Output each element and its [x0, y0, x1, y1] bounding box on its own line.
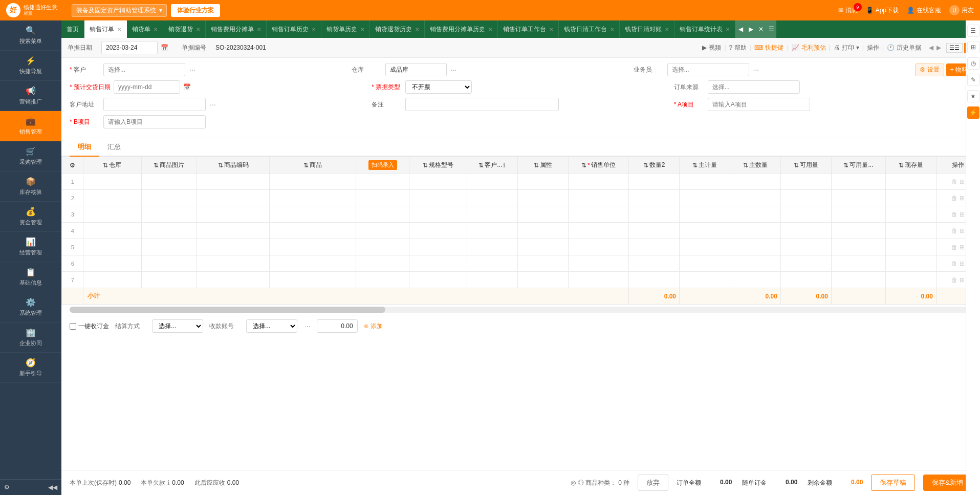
- shortcut-btn[interactable]: ⌨ 快捷键: [754, 44, 783, 52]
- save-new-btn[interactable]: 保存&新增: [923, 475, 972, 491]
- a-project-input[interactable]: [708, 98, 810, 111]
- action-btn[interactable]: 操作: [867, 44, 879, 52]
- tab-close-sales-refund[interactable]: ✕: [196, 27, 200, 32]
- copy-icon-6[interactable]: ⊞: [960, 260, 965, 267]
- message-btn[interactable]: ✉ 消息 9: [838, 6, 858, 15]
- row-mqty-6[interactable]: [730, 255, 781, 272]
- tab-sales-return[interactable]: 销货单 ✕: [127, 20, 163, 38]
- one-key-deposit-label[interactable]: 一键收订金: [70, 322, 109, 331]
- th-warehouse[interactable]: ⇅ 仓库: [83, 157, 141, 174]
- tab-cash-daily-workbench[interactable]: 钱货日清工作台 ✕: [559, 20, 620, 38]
- row-ccode-6[interactable]: [467, 255, 517, 272]
- copy-icon-2[interactable]: ⊞: [960, 195, 965, 202]
- row-mqty-7[interactable]: [730, 272, 781, 288]
- tab-sales-refund[interactable]: 销货退货 ✕: [163, 20, 206, 38]
- b-project-input[interactable]: [103, 115, 206, 128]
- sidebar-item-purchase[interactable]: 🛒 采购管理: [0, 141, 61, 171]
- tab-home[interactable]: 首页: [61, 20, 84, 38]
- th-product[interactable]: ⇅ 商品: [269, 157, 356, 174]
- row-image-2[interactable]: [141, 190, 197, 206]
- tab-nav-menu[interactable]: ☰: [766, 20, 776, 38]
- row-spec-7[interactable]: [409, 272, 467, 288]
- row-sunit-6[interactable]: [568, 255, 628, 272]
- row-amore-1[interactable]: [831, 174, 885, 190]
- app-download-btn[interactable]: 📱 App下载: [866, 6, 899, 15]
- sidebar-item-search[interactable]: 🔍 搜索菜单: [0, 20, 61, 51]
- row-mqty-2[interactable]: [730, 190, 781, 206]
- row-warehouse-1[interactable]: [83, 174, 141, 190]
- row-sunit-3[interactable]: [568, 206, 628, 223]
- row-stock-1[interactable]: [886, 174, 937, 190]
- row-spec-1[interactable]: [409, 174, 467, 190]
- system-selector[interactable]: 装备及固定资产辅助管理系统 ▾: [72, 4, 167, 17]
- sidebar-item-sales[interactable]: 💼 销售管理: [0, 111, 61, 141]
- delete-icon-6[interactable]: 🗑: [951, 260, 957, 267]
- row-qty2-7[interactable]: [629, 272, 680, 288]
- row-avail-7[interactable]: [780, 272, 831, 288]
- th-available[interactable]: ⇅ 可用量: [780, 157, 831, 174]
- tab-close-cash-daily-check[interactable]: ✕: [665, 27, 669, 32]
- th-code[interactable]: ⇅ 商品编码: [197, 157, 269, 174]
- row-warehouse-5[interactable]: [83, 239, 141, 255]
- th-sales-unit[interactable]: ⇅ *销售单位: [568, 157, 628, 174]
- row-image-4[interactable]: [141, 223, 197, 239]
- sidebar-item-guide[interactable]: 🧭 新手引导: [0, 353, 61, 383]
- delivery-date-input[interactable]: [114, 80, 180, 94]
- row-munit-4[interactable]: [680, 223, 730, 239]
- th-attr[interactable]: ⇅ 属性: [517, 157, 568, 174]
- right-panel-btn-6[interactable]: ⚡: [967, 106, 979, 119]
- row-sunit-1[interactable]: [568, 174, 628, 190]
- collapse-icon[interactable]: ◀◀: [48, 484, 57, 491]
- row-spec-3[interactable]: [409, 206, 467, 223]
- th-spec[interactable]: ⇅ 规格型号: [409, 157, 467, 174]
- delete-icon-3[interactable]: 🗑: [951, 211, 957, 218]
- row-qty2-4[interactable]: [629, 223, 680, 239]
- row-sunit-7[interactable]: [568, 272, 628, 288]
- add-deposit-btn[interactable]: ⊕ 添加: [364, 322, 383, 331]
- tab-nav-left[interactable]: ◀: [735, 20, 746, 38]
- tab-close-sales-expense-history[interactable]: ✕: [488, 27, 492, 32]
- row-avail-5[interactable]: [780, 239, 831, 255]
- settings-icon[interactable]: ⚙: [4, 484, 10, 491]
- customer-more-btn[interactable]: ···: [189, 66, 195, 74]
- row-attr-1[interactable]: [517, 174, 568, 190]
- row-munit-5[interactable]: [680, 239, 730, 255]
- tab-cash-daily-check[interactable]: 钱货日清对账 ✕: [620, 20, 674, 38]
- row-attr-5[interactable]: [517, 239, 568, 255]
- tab-summary[interactable]: 汇总: [99, 138, 129, 157]
- copy-icon-4[interactable]: ⊞: [960, 227, 965, 234]
- row-attr-4[interactable]: [517, 223, 568, 239]
- row-avail-1[interactable]: [780, 174, 831, 190]
- row-qty2-2[interactable]: [629, 190, 680, 206]
- row-image-3[interactable]: [141, 206, 197, 223]
- row-munit-1[interactable]: [680, 174, 730, 190]
- tab-nav-right[interactable]: ▶: [746, 20, 756, 38]
- tab-sales-expense-split[interactable]: 销售费用分摊单 ✕: [206, 20, 267, 38]
- row-sunit-2[interactable]: [568, 190, 628, 206]
- row-ccode-4[interactable]: [467, 223, 517, 239]
- row-product-4[interactable]: [269, 223, 356, 239]
- form-setting-btn[interactable]: ⚙ 设置: [915, 63, 944, 76]
- th-qty2[interactable]: ⇅ 数量2: [629, 157, 680, 174]
- row-warehouse-7[interactable]: [83, 272, 141, 288]
- account-select[interactable]: 选择...: [246, 319, 297, 333]
- row-code-1[interactable]: [197, 174, 269, 190]
- row-munit-7[interactable]: [680, 272, 730, 288]
- payment-method-select[interactable]: 选择...: [152, 319, 203, 333]
- row-code-5[interactable]: [197, 239, 269, 255]
- sidebar-item-enterprise[interactable]: 🏢 企业协同: [0, 322, 61, 353]
- row-product-3[interactable]: [269, 206, 356, 223]
- row-product-2[interactable]: [269, 190, 356, 206]
- sidebar-item-marketing[interactable]: 📢 营销推广: [0, 81, 61, 111]
- calendar-icon[interactable]: 📅: [161, 44, 168, 51]
- th-main-unit[interactable]: ⇅ 主计量: [680, 157, 730, 174]
- invoice-type-select[interactable]: 不开票 增值税普通发票 增值税专用发票: [405, 80, 472, 94]
- row-code-3[interactable]: [197, 206, 269, 223]
- row-product-5[interactable]: [269, 239, 356, 255]
- delete-icon-1[interactable]: 🗑: [951, 178, 957, 185]
- th-available-more[interactable]: ⇅ 可用量...: [831, 157, 885, 174]
- tab-sales-order-history[interactable]: 销售订单历史 ✕: [267, 20, 321, 38]
- row-mqty-5[interactable]: [730, 239, 781, 255]
- sidebar-item-system[interactable]: ⚙️ 系统管理: [0, 292, 61, 322]
- row-sunit-5[interactable]: [568, 239, 628, 255]
